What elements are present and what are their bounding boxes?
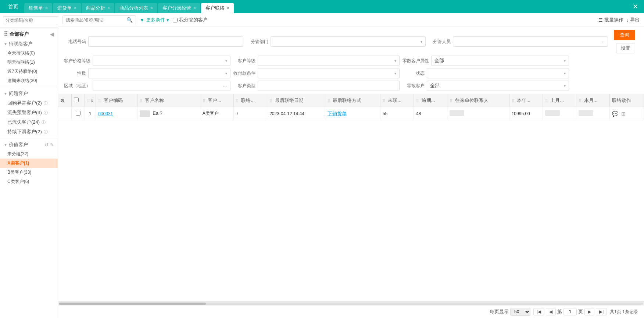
col-overdue[interactable]: ⠿ 逾期...	[414, 94, 447, 107]
sidebar-item-c-class[interactable]: C类客户(6)	[0, 177, 58, 186]
sidebar-item-declining-label: 持续下滑客户(2)	[7, 129, 42, 134]
tab-customer-contact-close[interactable]: ×	[227, 6, 229, 11]
field-dept-input[interactable]: ▾	[271, 36, 426, 47]
sidebar-item-today[interactable]: 今天待联络(0)	[0, 49, 58, 58]
sidebar-item-7days[interactable]: 近7天待联络(0)	[0, 67, 58, 76]
page-input[interactable]	[564, 308, 577, 315]
col-last-date[interactable]: ⠿ 最后联络日期	[267, 94, 325, 107]
total-info: 共1页 1条记录	[610, 309, 638, 315]
search-box: 🔍	[62, 15, 136, 24]
sidebar-item-a-class[interactable]: A类客户(1)	[0, 159, 58, 168]
sidebar-problem-title[interactable]: ▼ 问题客户	[0, 89, 58, 98]
sidebar-collapse-icon[interactable]: ◀	[50, 31, 54, 37]
col-no-contact[interactable]: ⠿ 未联...	[380, 94, 414, 107]
next-page-button[interactable]: ▶	[584, 308, 594, 315]
col-type[interactable]: ⠿ 客户...	[200, 94, 233, 107]
setting-button[interactable]: 设置	[616, 43, 635, 53]
tab-sales[interactable]: 销售单 ×	[24, 3, 52, 13]
export-button[interactable]: ↓ 导出	[626, 17, 640, 23]
tab-analysis[interactable]: 商品分析 ×	[82, 3, 114, 13]
field-retail-attr-value: 全部	[434, 57, 444, 64]
per-page-select[interactable]: 50 20 100	[510, 308, 530, 316]
gear-icon[interactable]: ⚙	[60, 98, 65, 103]
col-code[interactable]: ⠿ 客户编码	[96, 94, 137, 107]
sidebar-pending-arrow: ▼	[4, 42, 7, 46]
sidebar-item-ungroup[interactable]: 未分组(32)	[0, 149, 58, 159]
field-dept-arrow: ▾	[421, 40, 422, 44]
window-close-button[interactable]: ✕	[630, 3, 641, 11]
col-name[interactable]: ⠿ 客户名称	[137, 94, 200, 107]
row-last-method-link[interactable]: 下销货单	[328, 111, 347, 116]
chat-icon[interactable]: 💬	[612, 111, 618, 117]
tab-customer-contact[interactable]: 客户联络 ×	[201, 3, 234, 13]
tab-sales-close[interactable]: ×	[45, 6, 48, 11]
field-phone-input[interactable]	[88, 36, 243, 47]
sidebar-item-overdue[interactable]: 逾期未联络(30)	[0, 76, 58, 85]
sidebar-divider-2	[0, 138, 58, 138]
sidebar-search-input[interactable]	[3, 16, 63, 24]
sidebar-all-customers[interactable]: ⠿ 全部客户 ◀	[0, 28, 58, 39]
field-status-input[interactable]: ▾	[427, 68, 569, 78]
field-retail-customer-input[interactable]: 全部 ▾	[427, 81, 569, 91]
col-gear[interactable]: ⚙	[58, 94, 71, 107]
tab-analysis-list-close[interactable]: ×	[150, 6, 153, 11]
sidebar-search-area: 🔍	[0, 13, 58, 28]
sidebar-item-churn-warn[interactable]: 流失预警客户(3) ⓘ	[0, 108, 58, 117]
scrollbar-thumb[interactable]	[59, 303, 206, 305]
home-tab[interactable]: 首页	[3, 0, 24, 13]
field-payment-label: 收付款条件	[233, 70, 255, 77]
sidebar-problem-label: 问题客户	[9, 90, 28, 97]
row-last-method[interactable]: 下销货单	[325, 107, 380, 120]
field-price-level-input[interactable]: ▾	[93, 56, 230, 66]
tab-purchase[interactable]: 进货单 ×	[53, 3, 81, 13]
sidebar-value-title[interactable]: ▼ 价值客户 ↺ ✎	[0, 140, 58, 149]
field-customer-level-input[interactable]: ▾	[258, 56, 400, 66]
my-customers-check[interactable]	[173, 18, 178, 22]
col-contact-count[interactable]: ⠿ 联络...	[233, 94, 267, 107]
first-page-button[interactable]: |◀	[533, 308, 544, 315]
col-last-month[interactable]: ⠿ 上月...	[543, 94, 576, 107]
tab-analysis-list[interactable]: 商品分析列表 ×	[115, 3, 157, 13]
query-button[interactable]: 查询	[614, 30, 635, 40]
sidebar-item-declining[interactable]: 持续下滑客户(2) ⓘ	[0, 127, 58, 137]
col-unit-contact[interactable]: ⠿ 往来单位联系人	[447, 94, 509, 107]
edit-icon[interactable]: ✎	[50, 142, 54, 148]
col-last-method[interactable]: ⠿ 最后联络方式	[325, 94, 380, 107]
info-icon-2: ⓘ	[44, 110, 48, 115]
tab-customer-tier-label: 客户分层经营	[162, 5, 191, 11]
tab-purchase-close[interactable]: ×	[74, 6, 76, 11]
sidebar-item-churned[interactable]: 已流失客户(24) ⓘ	[0, 117, 58, 127]
search-icon[interactable]: 🔍	[126, 17, 133, 23]
row-checkbox[interactable]	[76, 111, 80, 116]
prev-page-button[interactable]: ◀	[546, 308, 556, 315]
field-price-level-label: 客户价格等级	[64, 58, 90, 64]
sidebar-item-b-class[interactable]: B类客户(33)	[0, 168, 58, 177]
sidebar-item-repurchase[interactable]: 回购异常客户(2) ⓘ	[0, 98, 58, 108]
table-area[interactable]: ⚙ ⠿# ⠿ 客户编码 ⠿	[58, 94, 644, 301]
refresh-icon[interactable]: ↺	[44, 142, 49, 148]
field-manager-input[interactable]: ···	[453, 36, 608, 47]
sidebar-pending-title[interactable]: ▼ 待联络客户	[0, 39, 58, 49]
search-input[interactable]	[66, 17, 125, 22]
field-retail-attr-input[interactable]: 全部 ▾	[431, 56, 569, 66]
table-header-row: ⚙ ⠿# ⠿ 客户编码 ⠿	[58, 94, 644, 107]
select-all-checkbox[interactable]	[74, 98, 79, 102]
field-region-input[interactable]: ···	[93, 81, 230, 91]
this-month-mask	[579, 110, 593, 116]
batch-op-button[interactable]: ☰ 批量操作	[598, 17, 623, 23]
field-customer-type-input[interactable]	[258, 81, 400, 91]
field-payment-input[interactable]: ▾	[258, 68, 400, 78]
row-code[interactable]: 000031	[96, 107, 137, 120]
tab-customer-tier-close[interactable]: ×	[193, 6, 196, 11]
tab-analysis-close[interactable]: ×	[107, 6, 110, 11]
col-check	[71, 94, 85, 107]
col-this-month[interactable]: ⠿ 本月...	[576, 94, 610, 107]
sidebar-item-tomorrow[interactable]: 明天待联络(1)	[0, 58, 58, 67]
field-nature-input[interactable]: ▾	[88, 68, 230, 78]
horizontal-scrollbar[interactable]	[58, 301, 644, 305]
tab-customer-tier[interactable]: 客户分层经营 ×	[158, 3, 200, 13]
grid-icon[interactable]: ⊞	[621, 111, 626, 117]
more-filters-button[interactable]: ▼ 更多条件 ▾	[140, 17, 169, 23]
last-page-button[interactable]: ▶|	[596, 308, 607, 315]
col-this-year[interactable]: ⠿ 本年...	[509, 94, 543, 107]
